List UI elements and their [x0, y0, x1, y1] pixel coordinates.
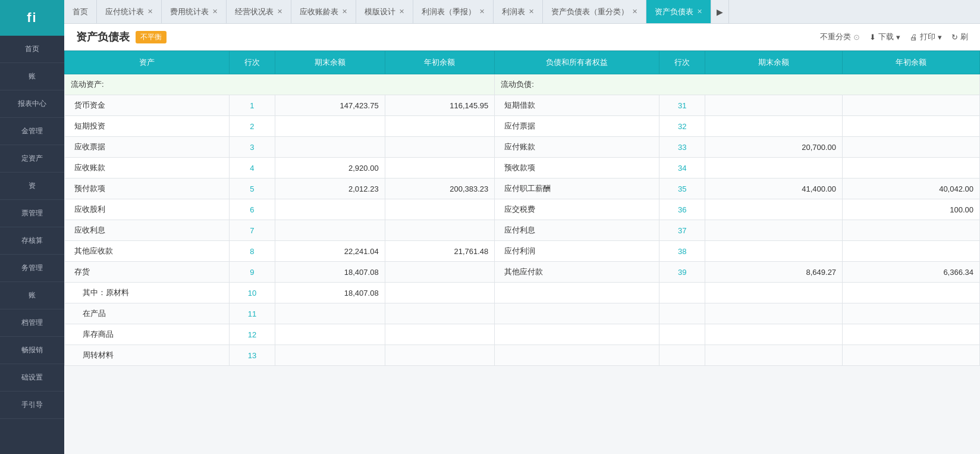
left-label[interactable]: 周转材料: [65, 345, 230, 366]
right-label[interactable]: [495, 303, 659, 324]
right-begin-balance[interactable]: [843, 283, 980, 303]
sidebar-item-fund-management[interactable]: 金管理: [0, 118, 64, 145]
tab-template-design[interactable]: 模版设计 ✕: [356, 0, 413, 24]
right-end-balance[interactable]: [705, 158, 843, 179]
sidebar-item-ticket[interactable]: 票管理: [0, 200, 64, 227]
left-begin-balance[interactable]: [385, 303, 495, 324]
sidebar-item-inventory[interactable]: 存核算: [0, 227, 64, 255]
refresh-button[interactable]: ↻ 刷: [951, 32, 968, 42]
right-end-balance[interactable]: [705, 345, 843, 366]
right-end-balance[interactable]: [705, 303, 843, 324]
left-begin-balance[interactable]: [385, 199, 495, 220]
tab-expense-stats[interactable]: 费用统计表 ✕: [162, 0, 227, 24]
left-begin-balance[interactable]: 21,761.48: [385, 241, 495, 262]
left-end-balance[interactable]: 2,920.00: [275, 158, 385, 179]
tab-profit-quarterly[interactable]: 利润表（季报） ✕: [413, 0, 494, 24]
left-end-balance[interactable]: [275, 137, 385, 158]
left-end-balance[interactable]: 147,423.75: [275, 95, 385, 116]
right-label[interactable]: [495, 345, 659, 366]
sidebar-item-home[interactable]: 首页: [0, 36, 64, 63]
right-begin-balance[interactable]: [843, 303, 980, 324]
left-label[interactable]: 应收利息: [65, 220, 230, 241]
right-end-balance[interactable]: [705, 199, 843, 220]
left-label[interactable]: 在产品: [65, 303, 230, 324]
tab-operation-status[interactable]: 经营状况表 ✕: [227, 0, 291, 24]
right-end-balance[interactable]: [705, 241, 843, 262]
left-label[interactable]: 货币资金: [65, 95, 230, 116]
left-begin-balance[interactable]: [385, 324, 495, 345]
left-begin-balance[interactable]: [385, 137, 495, 158]
right-begin-balance[interactable]: [843, 137, 980, 158]
tab-payable-stats[interactable]: 应付统计表 ✕: [97, 0, 162, 24]
download-button[interactable]: ⬇ 下载 ▾: [869, 32, 900, 42]
sidebar-item-expense[interactable]: 畅报销: [0, 337, 64, 364]
right-begin-balance[interactable]: 40,042.00: [843, 179, 980, 199]
right-begin-balance[interactable]: [843, 241, 980, 262]
left-begin-balance[interactable]: 200,383.23: [385, 179, 495, 199]
right-label[interactable]: 应付利润: [495, 241, 659, 262]
right-label[interactable]: 其他应付款: [495, 262, 659, 283]
right-label[interactable]: 应付利息: [495, 220, 659, 241]
right-end-balance[interactable]: [705, 220, 843, 241]
tab-close-icon[interactable]: ✕: [529, 8, 534, 15]
left-label[interactable]: 预付款项: [65, 179, 230, 199]
right-end-balance[interactable]: [705, 95, 843, 116]
left-label[interactable]: 库存商品: [65, 324, 230, 345]
tab-receivable-aging[interactable]: 应收账龄表 ✕: [291, 0, 356, 24]
tab-close-icon[interactable]: ✕: [147, 8, 153, 15]
left-label[interactable]: 应收票据: [65, 137, 230, 158]
left-begin-balance[interactable]: [385, 158, 495, 179]
tab-close-icon[interactable]: ✕: [277, 8, 282, 15]
tab-close-icon[interactable]: ✕: [399, 8, 404, 15]
right-begin-balance[interactable]: [843, 345, 980, 366]
sidebar-item-account[interactable]: 账: [0, 63, 64, 90]
right-end-balance[interactable]: [705, 324, 843, 345]
print-button[interactable]: 🖨 打印 ▾: [910, 32, 942, 42]
left-end-balance[interactable]: [275, 220, 385, 241]
right-begin-balance[interactable]: [843, 95, 980, 116]
tab-home[interactable]: 首页: [64, 0, 97, 24]
left-end-balance[interactable]: [275, 303, 385, 324]
category-select[interactable]: 不重分类 ⊙: [820, 32, 860, 42]
right-end-balance[interactable]: 20,700.00: [705, 137, 843, 158]
right-begin-balance[interactable]: 100.00: [843, 199, 980, 220]
left-label[interactable]: 其他应收款: [65, 241, 230, 262]
right-end-balance[interactable]: 41,400.00: [705, 179, 843, 199]
left-begin-balance[interactable]: 116,145.95: [385, 95, 495, 116]
right-label[interactable]: 应付职工薪酬: [495, 179, 659, 199]
tab-close-icon[interactable]: ✕: [212, 8, 218, 15]
right-end-balance[interactable]: [705, 116, 843, 137]
left-begin-balance[interactable]: [385, 262, 495, 283]
left-end-balance[interactable]: 22,241.04: [275, 241, 385, 262]
tab-balance-reclassified[interactable]: 资产负债表（重分类） ✕: [543, 0, 646, 24]
right-label[interactable]: 预收款项: [495, 158, 659, 179]
right-begin-balance[interactable]: [843, 158, 980, 179]
tab-close-icon[interactable]: ✕: [632, 8, 637, 15]
left-end-balance[interactable]: [275, 199, 385, 220]
sidebar-item-settings[interactable]: 础设置: [0, 364, 64, 392]
sidebar-item-report-center[interactable]: 报表中心: [0, 90, 64, 118]
left-begin-balance[interactable]: [385, 116, 495, 137]
right-begin-balance[interactable]: [843, 324, 980, 345]
left-label[interactable]: 存货: [65, 262, 230, 283]
right-end-balance[interactable]: 8,649.27: [705, 262, 843, 283]
sidebar-item-file[interactable]: 档管理: [0, 309, 64, 337]
left-end-balance[interactable]: 2,012.23: [275, 179, 385, 199]
right-label[interactable]: 短期借款: [495, 95, 659, 116]
tab-scroll-right[interactable]: ▶: [711, 0, 729, 24]
right-begin-balance[interactable]: 6,366.34: [843, 262, 980, 283]
tab-profit[interactable]: 利润表 ✕: [494, 0, 543, 24]
left-label[interactable]: 应收股利: [65, 199, 230, 220]
right-label[interactable]: 应付账款: [495, 137, 659, 158]
left-end-balance[interactable]: 18,407.08: [275, 283, 385, 303]
sidebar-item-ledger[interactable]: 账: [0, 282, 64, 309]
left-label[interactable]: 应收账款: [65, 158, 230, 179]
right-label[interactable]: 应付票据: [495, 116, 659, 137]
right-begin-balance[interactable]: [843, 220, 980, 241]
right-begin-balance[interactable]: [843, 116, 980, 137]
left-end-balance[interactable]: [275, 345, 385, 366]
sidebar-item-tax[interactable]: 务管理: [0, 255, 64, 282]
left-begin-balance[interactable]: [385, 283, 495, 303]
sidebar-item-fixed-assets[interactable]: 定资产: [0, 145, 64, 173]
sidebar-item-investment[interactable]: 资: [0, 173, 64, 200]
